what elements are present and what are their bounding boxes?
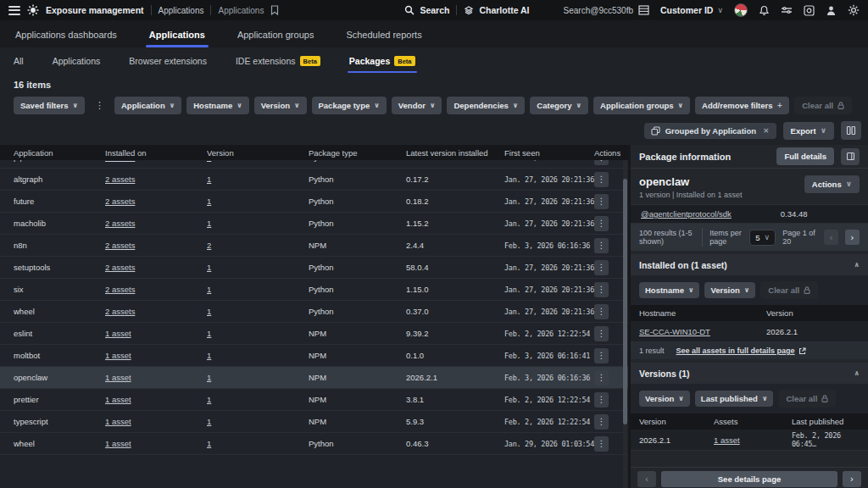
tab-scheduled-reports[interactable]: Scheduled reports <box>346 30 421 47</box>
filter-pill-dependencies[interactable]: Dependencies∨ <box>447 97 525 114</box>
table-row[interactable]: wheel2 assets1Python0.37.0Jan. 27, 2026 … <box>0 301 628 323</box>
see-details-page-button[interactable]: See details page <box>661 471 837 487</box>
version-link[interactable]: 1 <box>207 329 309 338</box>
row-actions-button[interactable]: ⋮ <box>594 370 609 385</box>
menu-icon[interactable] <box>8 6 20 15</box>
installed-on-link[interactable]: 1 asset <box>105 373 207 382</box>
notifications-icon[interactable] <box>759 5 770 16</box>
table-row[interactable]: macholib2 assets1Python1.15.2Jan. 27, 20… <box>0 213 628 235</box>
version-link[interactable]: 1 <box>207 285 309 294</box>
tab-applications[interactable]: Applications <box>149 30 205 47</box>
tab-application-groups[interactable]: Application groups <box>237 30 314 47</box>
filter-pill-version[interactable]: Version∨ <box>704 282 755 298</box>
versions-section-header[interactable]: Versions (1) ∧ <box>631 363 868 384</box>
installed-on-link[interactable]: 1 asset <box>105 395 207 404</box>
clear-all-filters-button[interactable]: Clear all <box>760 281 818 299</box>
row-actions-button[interactable]: ⋮ <box>594 436 609 452</box>
table-row[interactable]: altgraph2 assets1Python0.17.2Jan. 27, 20… <box>0 169 628 191</box>
installed-on-link[interactable]: 1 asset <box>105 329 207 338</box>
product-title[interactable]: Exposure management <box>46 5 144 15</box>
version-link[interactable]: 2 <box>207 241 309 250</box>
table-row[interactable]: moltbot1 asset1NPM0.1.0Feb. 3, 2026 06:1… <box>0 345 628 367</box>
filter-pill-package-type[interactable]: Package type∨ <box>312 97 387 114</box>
row-actions-button[interactable]: ⋮ <box>594 194 609 209</box>
col-first-seen[interactable]: First seen <box>504 148 594 158</box>
col-ver-last-published[interactable]: Last published <box>792 417 860 426</box>
saved-filters-dropdown[interactable]: Saved filters ∨ <box>14 97 85 114</box>
filter-pill-application[interactable]: Application∨ <box>114 97 181 114</box>
version-link[interactable]: 1 <box>207 373 309 382</box>
version-link[interactable]: 1 <box>207 351 309 360</box>
table-row[interactable]: setuptools2 assets1Python58.0.4Jan. 27, … <box>0 257 628 279</box>
open-panel-button[interactable] <box>841 148 860 165</box>
filter-pill-version[interactable]: Version∨ <box>254 97 307 114</box>
breadcrumb-app[interactable]: Applications <box>159 6 204 15</box>
dep-next-page-button[interactable]: › <box>845 230 860 245</box>
row-actions-button[interactable]: ⋮ <box>594 304 609 319</box>
installed-row[interactable]: SE-CCA-WIN10-DT2026.2.1 <box>631 321 868 342</box>
filter-options-kebab-icon[interactable]: ⋮ <box>90 98 109 113</box>
filter-pill-hostname[interactable]: Hostname∨ <box>186 97 248 114</box>
table-row[interactable]: wheel1 asset1Python0.46.3Jan. 29, 2026 0… <box>0 433 628 455</box>
col-application[interactable]: Application <box>14 148 105 158</box>
installed-on-link[interactable]: 1 asset <box>105 439 207 448</box>
subtab-all[interactable]: All <box>14 56 24 73</box>
subtab-applications[interactable]: Applications <box>53 56 101 73</box>
version-link[interactable]: 1 <box>207 439 309 448</box>
installed-on-link[interactable]: 1 asset <box>105 351 207 360</box>
table-row[interactable]: future2 assets1Python0.18.2Jan. 27, 2026… <box>0 191 628 213</box>
version-link[interactable]: 1 <box>207 395 309 404</box>
filter-pill-version[interactable]: Version∨ <box>639 391 690 407</box>
installed-on-link[interactable]: 2 assets <box>105 307 207 316</box>
export-button[interactable]: Export ∨ <box>783 122 834 140</box>
filter-pill-application-groups[interactable]: Application groups∨ <box>593 97 690 114</box>
customer-id-dropdown[interactable]: Customer ID ∨ <box>660 5 723 15</box>
clear-all-filters-button[interactable]: Clear all <box>778 390 836 408</box>
grouped-by-chip[interactable]: Grouped by Application × <box>644 123 776 139</box>
row-actions-button[interactable]: ⋮ <box>594 160 609 165</box>
panel-next-button[interactable]: › <box>843 471 861 487</box>
hostname-link[interactable]: SE-CCA-WIN10-DT <box>639 327 766 336</box>
filter-pill-last-published[interactable]: Last published∨ <box>695 391 774 407</box>
version-link[interactable]: 1 <box>207 417 309 426</box>
tab-applications-dashboards[interactable]: Applications dashboards <box>15 30 117 47</box>
dep-prev-page-button[interactable]: ‹ <box>824 230 838 245</box>
version-link[interactable]: 1 <box>207 263 309 272</box>
filter-pill-hostname[interactable]: Hostname∨ <box>639 282 699 298</box>
installed-on-link[interactable]: 2 assets <box>105 285 207 294</box>
search-shortcut[interactable]: Search@9cc530fb <box>564 5 649 15</box>
version-link[interactable]: 2 <box>207 160 309 162</box>
bookmark-icon[interactable] <box>270 5 279 15</box>
dep-items-per-page-select[interactable]: 5 ∨ <box>749 230 776 246</box>
table-row[interactable]: eslint1 asset1NPM9.39.2Feb. 2, 2026 12:2… <box>0 323 628 345</box>
table-row[interactable]: pip2 assets2Python21.2.4Jan. 27, 2026 20… <box>0 160 628 169</box>
dependency-link[interactable]: @agentclientprotocol/sdk <box>641 209 732 219</box>
clear-all-filters-button[interactable]: Clear all <box>794 97 852 114</box>
panel-prev-button[interactable]: ‹ <box>637 471 656 487</box>
installed-on-section-header[interactable]: Installed on (1 asset) ∧ <box>631 254 868 275</box>
col-latest-version[interactable]: Latest version installed <box>406 148 504 158</box>
col-host-version[interactable]: Version <box>766 308 860 318</box>
user-icon[interactable] <box>826 5 837 16</box>
version-link[interactable]: 1 <box>207 175 309 184</box>
avatar[interactable] <box>734 3 748 17</box>
installed-on-link[interactable]: 1 asset <box>105 417 207 426</box>
installed-on-link[interactable]: 2 assets <box>105 219 207 228</box>
row-actions-button[interactable]: ⋮ <box>594 392 609 408</box>
package-actions-button[interactable]: Actions ∨ <box>804 175 860 193</box>
row-actions-button[interactable]: ⋮ <box>594 348 609 363</box>
table-row[interactable]: n8n2 assets2NPM2.4.4Feb. 3, 2026 06:16:3… <box>0 235 628 257</box>
version-row[interactable]: 2026.2.11 assetFeb. 2, 2026 06:45… <box>631 430 868 451</box>
col-version[interactable]: Version <box>207 148 309 158</box>
row-actions-button[interactable]: ⋮ <box>594 326 609 341</box>
installed-on-link[interactable]: 2 assets <box>105 160 207 162</box>
sliders-icon[interactable] <box>781 5 793 15</box>
installed-on-link[interactable]: 2 assets <box>105 241 207 250</box>
version-link[interactable]: 1 <box>207 307 309 316</box>
row-actions-button[interactable]: ⋮ <box>594 282 609 297</box>
row-actions-button[interactable]: ⋮ <box>594 172 609 187</box>
row-actions-button[interactable]: ⋮ <box>594 216 609 231</box>
col-hostname[interactable]: Hostname <box>639 308 766 318</box>
settings-gear-icon[interactable] <box>848 4 860 16</box>
see-all-assets-link[interactable]: See all assets in full details page <box>676 347 806 355</box>
